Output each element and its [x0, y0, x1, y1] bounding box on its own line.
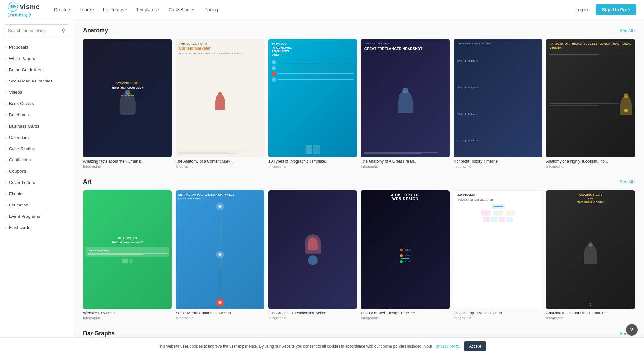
- card-type: Infographic: [454, 316, 542, 320]
- sidebar-item-white-papers[interactable]: › White Papers: [0, 53, 74, 64]
- anatomy-section-header: Anatomy See All ›: [83, 27, 635, 34]
- art-section: Art See All › IS IT TIME TORethink your …: [83, 178, 635, 320]
- nav-templates[interactable]: Templates ▾: [132, 5, 163, 15]
- art-title: Art: [83, 178, 91, 185]
- chevron-right-icon: ›: [5, 147, 6, 151]
- card-art-2[interactable]: SETTING UP SOCIAL MEDIA CHANNELSfor your…: [176, 190, 264, 320]
- card-type: Infographic: [546, 164, 635, 168]
- login-button[interactable]: Log in: [572, 5, 591, 15]
- card-anatomy-1[interactable]: AMAZING FACTS about THE HUMAN BODY: [83, 39, 172, 168]
- card-anatomy-6[interactable]: ANATOMY OF A HIGHLY SUCCESSFUL NON-TRADI…: [546, 39, 635, 168]
- card-title: The Anatomy of a Content Mark...: [176, 159, 264, 164]
- nav-learn[interactable]: Learn ▾: [76, 5, 98, 15]
- cookie-accept-button[interactable]: Accept: [464, 341, 486, 351]
- sidebar-item-ebooks[interactable]: › Ebooks: [0, 188, 74, 199]
- chevron-right-icon: ›: [5, 226, 6, 230]
- chevron-right-icon: ›: [5, 181, 6, 185]
- chevron-right-icon: ›: [5, 169, 6, 173]
- card-title: Amazing facts about the Human b...: [83, 159, 172, 164]
- sidebar-item-book-covers[interactable]: › Book Covers: [0, 98, 74, 109]
- search-wrap: ⚲: [0, 24, 74, 42]
- chevron-right-icon: ›: [5, 192, 6, 196]
- art-section-header: Art See All ›: [83, 178, 635, 185]
- card-art-4[interactable]: A HISTORY OFWEB DESIGN 1990s: [361, 190, 449, 320]
- anatomy-section: Anatomy See All › AMAZING FACTS about TH…: [83, 27, 635, 168]
- card-type: Infographic: [454, 164, 542, 168]
- chevron-right-icon: ›: [5, 158, 6, 162]
- sidebar-item-brochures[interactable]: › Brochures: [0, 109, 74, 120]
- chevron-right-icon: ›: [5, 215, 6, 218]
- search-box[interactable]: ⚲: [4, 24, 70, 36]
- art-see-all[interactable]: See All ›: [620, 179, 635, 184]
- svg-point-1: [11, 5, 12, 6]
- card-type: Infographic: [268, 164, 357, 168]
- card-type: Infographic: [83, 164, 172, 168]
- chevron-right-icon: ›: [5, 45, 6, 49]
- nav-for-teams[interactable]: For Teams ▾: [99, 5, 131, 15]
- card-type: Infographic: [361, 316, 449, 320]
- card-anatomy-4[interactable]: THE ANATOMY OF A GREAT FREELANCER HEADSH…: [361, 39, 449, 168]
- sidebar: ⚲ › Proposals › White Papers › Brand Gui…: [0, 19, 74, 355]
- sidebar-item-business-cards[interactable]: › Business Cards: [0, 120, 74, 132]
- anatomy-cards: AMAZING FACTS about THE HUMAN BODY: [83, 39, 635, 168]
- chevron-right-icon: ›: [5, 113, 6, 117]
- card-art-5[interactable]: NEW PROJECT Project Organizational Chart: [454, 190, 542, 320]
- chevron-right-icon: ›: [5, 203, 6, 207]
- card-title: Project Organizational Chart: [454, 311, 542, 315]
- nav-create[interactable]: Create ▾: [50, 5, 74, 15]
- chevron-right-icon: ›: [5, 68, 6, 72]
- nav-case-studies[interactable]: Case Studies: [165, 5, 199, 15]
- card-type: Infographic: [176, 164, 264, 168]
- card-anatomy-2[interactable]: THE ANATOMY OF A Content Marketer What a…: [176, 39, 264, 168]
- sidebar-item-videos[interactable]: › Videos: [0, 87, 74, 98]
- cookie-banner: This website uses cookies to improve the…: [0, 337, 644, 355]
- chevron-down-icon: ▾: [92, 8, 94, 11]
- card-anatomy-3[interactable]: 10 Types ofINFOGRAPHICTEMPLATESVISME 1 2: [268, 39, 357, 168]
- chevron-right-icon: ›: [5, 124, 6, 128]
- nav-pricing[interactable]: Pricing: [201, 5, 222, 15]
- sidebar-item-education[interactable]: › Education: [0, 199, 74, 211]
- card-type: Infographic: [176, 316, 264, 320]
- sidebar-item-coupons[interactable]: › Coupons: [0, 166, 74, 177]
- cookie-privacy-link[interactable]: privacy policy.: [436, 344, 460, 349]
- sidebar-item-cover-letters[interactable]: › Cover Letters: [0, 177, 74, 188]
- card-type: Infographic: [361, 164, 449, 168]
- chevron-down-icon: ▾: [125, 8, 127, 11]
- sidebar-item-certificates[interactable]: › Certificates: [0, 154, 74, 166]
- sidebar-item-case-studies[interactable]: › Case Studies: [0, 143, 74, 154]
- card-art-6[interactable]: AMAZING FACTSaboutTHE HUMAN BODY: [546, 190, 635, 320]
- main-nav: visme We're Hiring! Create ▾ Learn ▾ For…: [0, 0, 644, 19]
- sidebar-item-brand-guidelines[interactable]: › Brand Guidelines: [0, 64, 74, 75]
- card-art-1[interactable]: IS IT TIME TORethink your website? Goals…: [83, 190, 172, 320]
- sidebar-item-flashcards[interactable]: › Flashcards: [0, 222, 74, 233]
- card-anatomy-5[interactable]: A Brief history of our nonprofit 1990 Ad…: [454, 39, 542, 168]
- logo-text: visme: [20, 3, 40, 11]
- main-content: Anatomy See All › AMAZING FACTS about TH…: [74, 19, 644, 355]
- chevron-down-icon: ▾: [158, 8, 159, 11]
- anatomy-see-all[interactable]: See All ›: [620, 28, 635, 33]
- chevron-right-icon: ›: [634, 179, 635, 184]
- chevron-right-icon: ›: [634, 28, 635, 33]
- sidebar-item-proposals[interactable]: › Proposals: [0, 42, 74, 53]
- art-cards: IS IT TIME TORethink your website? Goals…: [83, 190, 635, 320]
- logo-icon: [8, 2, 18, 12]
- card-title: History of Web Design Timeline: [361, 311, 449, 315]
- card-art-3[interactable]: 2nd Grade Homeschooling Sched... Infogra…: [268, 190, 357, 320]
- search-icon[interactable]: ⚲: [62, 27, 66, 34]
- logo[interactable]: visme We're Hiring!: [8, 2, 40, 17]
- card-title: Anatomy of a highly successful no...: [546, 159, 635, 164]
- sidebar-item-social-media[interactable]: › Social Media Graphics: [0, 75, 74, 87]
- search-input[interactable]: [8, 28, 59, 33]
- sidebar-item-event-programs[interactable]: › Event Programs: [0, 211, 74, 222]
- chevron-down-icon: ▾: [69, 8, 71, 11]
- chevron-right-icon: ›: [5, 91, 6, 94]
- nav-links: Create ▾ Learn ▾ For Teams ▾ Templates ▾…: [50, 5, 572, 15]
- signup-button[interactable]: Sign Up Free: [596, 4, 636, 15]
- card-title: Social Media Channel Flowchart: [176, 311, 264, 315]
- chevron-right-icon: ›: [5, 79, 6, 83]
- cookie-text: This website uses cookies to improve the…: [158, 344, 432, 349]
- bar-graphs-title: Bar Graphs: [83, 330, 115, 337]
- sidebar-item-calendars[interactable]: › Calendars: [0, 132, 74, 143]
- help-button[interactable]: ?: [626, 324, 638, 336]
- card-title: Nonprofit History Timeline: [454, 159, 542, 164]
